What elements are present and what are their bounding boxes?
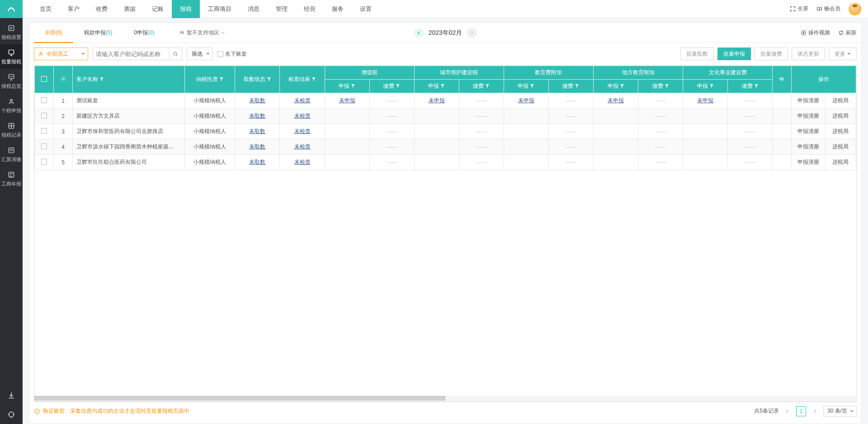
row-op-list[interactable]: 申报清册 (792, 155, 825, 170)
row-check[interactable]: 未检查 (280, 93, 325, 109)
th-fetch[interactable]: 取数状态 (235, 66, 280, 93)
month-next-button[interactable] (467, 28, 476, 38)
sidebar-item-5[interactable]: 汇算清缴 (0, 142, 23, 167)
row-fetch[interactable]: 未取数 (235, 93, 280, 109)
topnav-item-11[interactable]: 设置 (352, 0, 380, 18)
row-check[interactable]: 未检查 (280, 109, 325, 124)
status-update-button[interactable]: 状态更新 (792, 48, 825, 60)
row-checkbox[interactable] (35, 155, 54, 170)
row-fetch[interactable]: 未取数 (235, 155, 280, 170)
batch-fetch-button[interactable]: 批量取数 (680, 48, 714, 60)
page-next-button[interactable] (810, 406, 820, 416)
alt-set-checkbox[interactable]: 名下账套 (217, 50, 247, 58)
row-customer[interactable]: 新建区方方文具店 (73, 109, 185, 124)
row-op-bureau[interactable]: 进税局 (825, 139, 856, 155)
more-button[interactable]: 更多 (829, 48, 857, 60)
sidebar-item-1[interactable]: 批量报税 (0, 44, 23, 69)
row-customer[interactable]: 卫辉市保和堂医药有限公司击磬路店 (73, 124, 185, 139)
employee-select[interactable]: 全部员工 (34, 48, 88, 60)
page-prev-button[interactable] (783, 406, 793, 416)
batch-declare-button[interactable]: 批量申报 (717, 48, 751, 60)
th-declare-0[interactable]: 申报 (325, 80, 369, 93)
topnav-item-2[interactable]: 收费 (88, 0, 116, 18)
row-checkbox[interactable] (35, 124, 54, 139)
sidebar-item-3[interactable]: 个税申报 (0, 93, 23, 118)
topnav-item-8[interactable]: 管理 (268, 0, 296, 18)
th-pay-0[interactable]: 缴费 (369, 80, 414, 93)
th-pay-3[interactable]: 缴费 (638, 80, 683, 93)
row-op-bureau[interactable]: 进税局 (825, 93, 856, 109)
sidebar-item-2[interactable]: 报税总览 (0, 69, 23, 93)
row-check[interactable]: 未检查 (280, 155, 325, 170)
th-declare-2[interactable]: 申报 (504, 80, 548, 93)
row-fetch[interactable]: 未取数 (235, 124, 280, 139)
row-checkbox[interactable] (35, 93, 54, 109)
content-tab-2[interactable]: 0申报(0) (123, 23, 165, 43)
row-declare[interactable]: 未申报 (504, 93, 548, 109)
topnav-item-7[interactable]: 消息 (240, 0, 268, 18)
sidebar-item-6[interactable]: 工商年报 (0, 167, 23, 191)
th-customer[interactable]: 客户名称 (73, 66, 185, 93)
search-input[interactable] (93, 48, 170, 60)
topnav-item-1[interactable]: 客户 (60, 0, 88, 18)
row-declare[interactable]: 未申报 (325, 93, 369, 109)
th-declare-4[interactable]: 申报 (683, 80, 728, 93)
row-fetch[interactable]: 未取数 (235, 139, 280, 155)
page-size-select[interactable]: 30 条/页 (823, 406, 857, 417)
row-declare[interactable]: 未申报 (414, 93, 459, 109)
row-checkbox[interactable] (35, 139, 54, 155)
search-button[interactable] (170, 48, 182, 60)
video-link[interactable]: 操作视频 (801, 29, 830, 37)
fullscreen-link[interactable]: 全屏 (790, 5, 808, 13)
region-unsupported[interactable]: 暂不支持地区 (179, 29, 225, 37)
content-tab-1[interactable]: 税款申报(5) (73, 23, 123, 43)
row-op-bureau[interactable]: 进税局 (825, 155, 856, 170)
row-check[interactable]: 未检查 (280, 139, 325, 155)
row-check[interactable]: 未检查 (280, 124, 325, 139)
th-pay-1[interactable]: 缴费 (459, 80, 504, 93)
row-declare[interactable]: 未申报 (594, 93, 638, 109)
sidebar-item-0[interactable]: 报税设置 (0, 20, 23, 44)
row-customer[interactable]: 卫辉市玖玖聪合医药有限公司 (73, 155, 185, 170)
topnav-item-6[interactable]: 工商项目 (200, 0, 240, 18)
th-gear[interactable] (54, 66, 73, 93)
topnav-item-4[interactable]: 记账 (144, 0, 172, 18)
row-op-list[interactable]: 申报清册 (792, 93, 825, 109)
scrollbar-thumb[interactable] (34, 396, 445, 400)
logo[interactable] (0, 0, 23, 18)
row-checkbox[interactable] (35, 109, 54, 124)
th-declare-1[interactable]: 申报 (414, 80, 459, 93)
row-customer[interactable]: 测试账套 (73, 93, 185, 109)
content-tab-0[interactable]: 全部(5) (34, 23, 73, 43)
row-customer[interactable]: 卫辉市汲水镇下园阔香阁苗木种植家庭... (73, 139, 185, 155)
th-check[interactable]: 检查结果 (280, 66, 325, 93)
sidebar-support-icon[interactable] (0, 405, 23, 424)
topnav-item-5[interactable]: 报税 (172, 0, 200, 18)
avatar[interactable] (849, 3, 861, 15)
topnav-item-9[interactable]: 经营 (296, 0, 324, 18)
th-checkbox[interactable] (35, 66, 54, 93)
topnav-item-3[interactable]: 票据 (116, 0, 144, 18)
member-link[interactable]: 畅会员 (816, 5, 840, 13)
horizontal-scrollbar[interactable] (34, 395, 857, 402)
row-fetch[interactable]: 未取数 (235, 109, 280, 124)
row-op-bureau[interactable]: 进税局 (825, 109, 856, 124)
month-label[interactable]: 2023年02月 (429, 29, 462, 37)
refresh-link[interactable]: 刷新 (838, 29, 857, 37)
th-tax-type[interactable]: 纳税性质 (184, 66, 235, 93)
filter-select[interactable]: 筛选 (187, 48, 213, 60)
sidebar-download-icon[interactable] (0, 386, 23, 405)
th-pay-4[interactable]: 缴费 (728, 80, 773, 93)
month-prev-button[interactable] (414, 28, 424, 38)
row-op-list[interactable]: 申报清册 (792, 139, 825, 155)
row-op-list[interactable]: 申报清册 (792, 109, 825, 124)
row-op-list[interactable]: 申报清册 (792, 124, 825, 139)
page-current[interactable]: 1 (796, 406, 806, 416)
th-declare-3[interactable]: 申报 (594, 80, 638, 93)
sidebar-item-4[interactable]: 报税记录 (0, 118, 23, 142)
batch-pay-button[interactable]: 批量缴费 (755, 48, 788, 60)
row-declare[interactable]: 未申报 (683, 93, 728, 109)
topnav-item-10[interactable]: 服务 (324, 0, 352, 18)
topnav-item-0[interactable]: 首页 (32, 0, 60, 18)
th-pay-2[interactable]: 缴费 (548, 80, 593, 93)
